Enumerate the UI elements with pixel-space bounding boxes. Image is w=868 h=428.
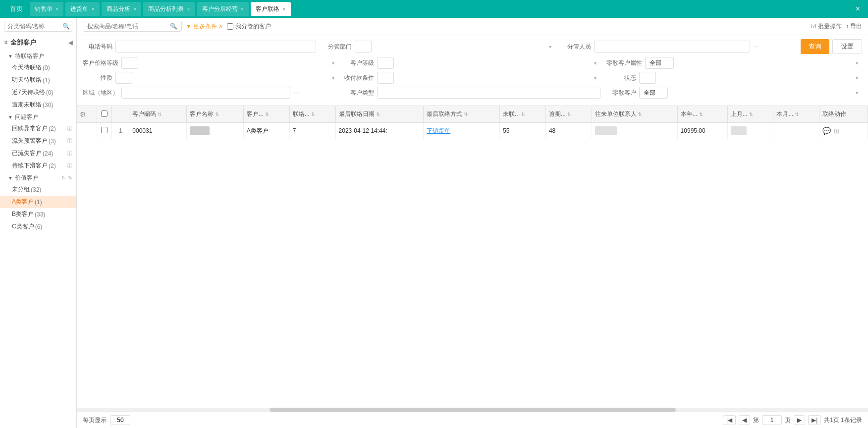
nature-wrapper: [115, 72, 338, 84]
filter-row-1: 电话号码 分管部门 分管人员 ··· 查询 设置: [83, 39, 862, 54]
sidebar-item-b-class[interactable]: B类客户(33): [0, 208, 76, 220]
retail-customer-select[interactable]: 全部: [639, 87, 668, 99]
advanced-filter: 电话号码 分管部门 分管人员 ··· 查询 设置: [77, 35, 868, 106]
customer-type-input[interactable]: [377, 87, 600, 99]
sort-overdue-icon: ⇅: [567, 111, 571, 117]
refresh-icon[interactable]: ↻: [61, 175, 66, 181]
export-btn[interactable]: ↑ 导出: [846, 22, 862, 31]
phone-input[interactable]: [115, 41, 316, 53]
code-col[interactable]: 客户编码⇅: [129, 106, 186, 123]
tab-purchase[interactable]: 进货单 ×: [65, 2, 99, 16]
per-page-input[interactable]: [110, 415, 130, 425]
window-controls: ×: [852, 4, 864, 13]
nature-select[interactable]: [115, 72, 132, 84]
price-level-select[interactable]: [121, 57, 138, 69]
main-search-input[interactable]: [87, 23, 170, 30]
row-code: 000031: [129, 123, 186, 139]
sidebar-item-7days[interactable]: 近7天待联络(0): [0, 86, 76, 99]
year-amount-col[interactable]: 本年...⇅: [677, 106, 727, 123]
row-last-method[interactable]: 下销货单: [424, 123, 500, 139]
customer-type-label: 客户类型: [344, 89, 374, 97]
contact-col[interactable]: 联络...⇅: [289, 106, 335, 123]
settings-col[interactable]: ⚙: [77, 106, 97, 123]
my-customers-check: 我分管的客户: [227, 22, 271, 31]
query-button[interactable]: 查询: [801, 39, 829, 54]
sidebar-item-tomorrow[interactable]: 明天待联络(1): [0, 74, 76, 86]
close-purchase-tab[interactable]: ×: [91, 6, 94, 12]
name-col[interactable]: 客户名称⇅: [186, 106, 243, 123]
window-close[interactable]: ×: [852, 4, 864, 13]
close-contact-tab[interactable]: ×: [282, 6, 285, 12]
prev-page-btn[interactable]: ◀: [739, 415, 750, 425]
setting-button[interactable]: 设置: [832, 39, 862, 54]
home-tab[interactable]: 首页: [4, 4, 29, 13]
last-date-col[interactable]: 最后联络日期⇅: [335, 106, 424, 123]
edit-icon[interactable]: ✎: [68, 175, 72, 181]
sidebar-item-warning[interactable]: 流失预警客户(3) ⓘ: [0, 135, 76, 147]
scrollbar-thumb[interactable]: [270, 408, 676, 412]
close-analysis-tab[interactable]: ×: [133, 6, 136, 12]
qr-icon[interactable]: ⊞: [834, 127, 840, 135]
batch-op-btn[interactable]: ☑ 批量操作: [811, 22, 842, 31]
overdue-col[interactable]: 逾期...⇅: [545, 106, 592, 123]
manager-more-icon[interactable]: ···: [753, 43, 758, 50]
tab-product-analysis-list[interactable]: 商品分析列表 ×: [143, 2, 195, 16]
last-method-link[interactable]: 下销货单: [427, 127, 450, 134]
sidebar-item-unclassified[interactable]: 未分组(32): [0, 183, 76, 196]
first-page-btn[interactable]: |◀: [723, 415, 736, 425]
region-more-icon[interactable]: ···: [293, 89, 298, 96]
close-analysis-list-tab[interactable]: ×: [187, 6, 190, 12]
sidebar-item-abnormal[interactable]: 回购异常客户(2) ⓘ: [0, 122, 76, 135]
manager-input[interactable]: [594, 41, 750, 53]
close-segment-tab[interactable]: ×: [241, 6, 244, 12]
more-conditions-btn[interactable]: ▼ 更多条件 ∧: [186, 22, 223, 31]
retail-attr-select[interactable]: 全部: [645, 57, 674, 69]
customer-level-select[interactable]: [377, 57, 394, 69]
sidebar-item-a-class[interactable]: A类客户(1): [0, 196, 76, 208]
sidebar-item-overdue[interactable]: 逾期未联络(30): [0, 99, 76, 111]
region-input[interactable]: [121, 87, 290, 99]
close-sales-tab[interactable]: ×: [55, 6, 58, 12]
category-col[interactable]: 客户...⇅: [243, 106, 289, 123]
next-page-btn[interactable]: ▶: [794, 415, 805, 425]
customer-level-wrapper: [377, 57, 600, 69]
tab-sales[interactable]: 销售单 ×: [30, 2, 63, 16]
status-select[interactable]: [639, 72, 656, 84]
action-col: 联络动作: [819, 106, 868, 123]
row-year-amount: 10995.00: [677, 123, 727, 139]
last-method-col[interactable]: 最后联络方式⇅: [424, 106, 500, 123]
price-level-label: 客户价格等级: [83, 59, 118, 67]
horizontal-scrollbar[interactable]: [77, 408, 868, 412]
tab-product-analysis[interactable]: 商品分析 ×: [102, 2, 141, 16]
grid-icon: ⠿: [4, 40, 7, 46]
not-contacted-col[interactable]: 未联...⇅: [500, 106, 546, 123]
sort-method-icon: ⇅: [464, 111, 468, 117]
sidebar-item-today[interactable]: 今天待联络(0): [0, 61, 76, 74]
this-month-col[interactable]: 本月...⇅: [773, 106, 819, 123]
sidebar-item-lost[interactable]: 已流失客户(24) ⓘ: [0, 147, 76, 160]
arrow-down-icon2: ▼: [8, 114, 13, 120]
tab-customer-segment[interactable]: 客户分层经营 ×: [197, 2, 249, 16]
current-page-input[interactable]: [762, 415, 782, 425]
payment-select[interactable]: [377, 72, 394, 84]
sidebar-group-value[interactable]: ▼ 价值客户 ↻ ✎: [0, 172, 76, 183]
sidebar-group-pending[interactable]: ▼ 待联络客户: [0, 50, 76, 61]
sidebar-group-problem[interactable]: ▼ 问题客户: [0, 111, 76, 122]
last-page-btn[interactable]: ▶|: [808, 415, 821, 425]
index-col: [112, 106, 129, 123]
row-last-date: 2023-04-12 14:44:: [335, 123, 424, 139]
dept-select[interactable]: [355, 41, 372, 53]
select-all-checkbox[interactable]: [101, 110, 108, 117]
my-customers-checkbox[interactable]: [227, 23, 233, 30]
row-category: A类客户: [243, 123, 289, 139]
sidebar-item-c-class[interactable]: C类客户(6): [0, 220, 76, 233]
row-select-checkbox[interactable]: [101, 127, 108, 133]
sidebar-all-customers[interactable]: ⠿ 全部客户 ◀: [0, 35, 76, 50]
message-icon[interactable]: 💬: [822, 127, 831, 135]
filter-row-3: 性质 收付款条件 状态: [83, 72, 862, 84]
tab-customer-contact[interactable]: 客户联络 ×: [251, 2, 290, 16]
last-month-col[interactable]: 上月...⇅: [727, 106, 773, 123]
sidebar-item-declining[interactable]: 持续下滑客户(2) ⓘ: [0, 160, 76, 172]
phone-label: 电话号码: [83, 43, 112, 51]
last-contact-person-col[interactable]: 往来单位联系人⇅: [592, 106, 677, 123]
